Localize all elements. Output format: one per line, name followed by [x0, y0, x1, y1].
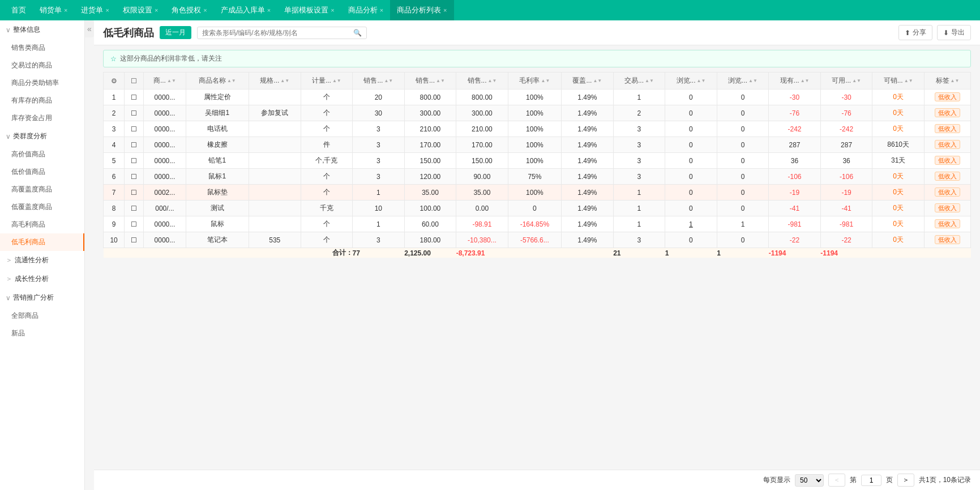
row-browse1: 0	[665, 137, 717, 153]
nav-item-进货单[interactable]: 进货单×	[74, 0, 115, 20]
nav-close-icon[interactable]: ×	[155, 7, 158, 14]
nav-close-icon[interactable]: ×	[380, 7, 383, 14]
sort-icon-9[interactable]: ▲▼	[541, 78, 550, 83]
row-checkbox[interactable]: ☐	[125, 185, 144, 201]
sort-icon-14[interactable]: ▲▼	[801, 78, 810, 83]
col-header-15[interactable]: 可用...▲▼	[820, 73, 872, 90]
row-checkbox[interactable]: ☐	[125, 216, 144, 232]
nav-close-icon[interactable]: ×	[443, 7, 447, 14]
row-checkbox[interactable]: ☐	[125, 232, 144, 248]
page-number-input[interactable]	[861, 475, 881, 486]
row-sales3: 0.00	[456, 201, 508, 216]
row-checkbox[interactable]: ☐	[125, 105, 144, 121]
sidebar-item-新品[interactable]: 新品	[0, 325, 84, 342]
row-unit: 件	[301, 137, 353, 153]
row-current: -242	[769, 121, 821, 137]
row-saleable: 0天	[872, 169, 925, 185]
search-icon[interactable]: 🔍	[353, 29, 362, 37]
sidebar-group-类群度分析[interactable]: ∨类群度分析	[0, 127, 84, 146]
col-header-7[interactable]: 销售...▲▼	[404, 73, 456, 90]
row-checkbox[interactable]: ☐	[125, 90, 144, 105]
row-sales3: 90.00	[456, 169, 508, 185]
row-coverage: 1.49%	[562, 153, 614, 169]
nav-item-单据模板设置[interactable]: 单据模板设置×	[277, 0, 341, 20]
col-header-3[interactable]: 商品名称▲▼	[186, 73, 249, 90]
nav-close-icon[interactable]: ×	[64, 7, 67, 14]
col-header-4[interactable]: 规格...▲▼	[249, 73, 301, 90]
row-code: 0000...	[144, 232, 186, 248]
sort-icon-6[interactable]: ▲▼	[384, 78, 393, 83]
sort-icon-15[interactable]: ▲▼	[852, 78, 861, 83]
col-header-11[interactable]: 交易...▲▼	[613, 73, 665, 90]
sidebar-item-低覆盖度商品[interactable]: 低覆盖度商品	[0, 198, 84, 216]
sort-icon-2[interactable]: ▲▼	[167, 78, 176, 83]
share-button[interactable]: ⬆ 分享	[898, 25, 932, 40]
col-header-6[interactable]: 销售...▲▼	[353, 73, 405, 90]
col-header-12[interactable]: 浏览...▲▼	[665, 73, 717, 90]
col-header-10[interactable]: 覆盖...▲▼	[562, 73, 614, 90]
sort-icon-4[interactable]: ▲▼	[280, 78, 289, 83]
col-header-2[interactable]: 商...▲▼	[144, 73, 186, 90]
row-tag: 低收入	[924, 169, 970, 185]
row-checkbox[interactable]: ☐	[125, 169, 144, 185]
sidebar-item-库存资金占用[interactable]: 库存资金占用	[0, 109, 84, 127]
sort-icon-7[interactable]: ▲▼	[436, 78, 445, 83]
sort-icon-11[interactable]: ▲▼	[645, 78, 654, 83]
sidebar-item-低毛利商品[interactable]: 低毛利商品	[0, 233, 84, 251]
nav-close-icon[interactable]: ×	[203, 7, 207, 14]
sort-icon-13[interactable]: ▲▼	[748, 78, 758, 83]
row-checkbox[interactable]: ☐	[125, 201, 144, 216]
nav-close-icon[interactable]: ×	[267, 7, 271, 14]
per-page-select[interactable]: 50 100 200	[795, 474, 824, 487]
row-checkbox[interactable]: ☐	[125, 153, 144, 169]
sidebar-group-营销推广分析[interactable]: ∨营销推广分析	[0, 288, 84, 307]
data-table-container[interactable]: ⚙☐商...▲▼商品名称▲▼规格...▲▼计量...▲▼销售...▲▼销售...…	[103, 72, 971, 470]
sort-icon-16[interactable]: ▲▼	[904, 78, 913, 83]
nav-item-销货单[interactable]: 销货单×	[33, 0, 74, 20]
nav-item-首页[interactable]: 首页	[5, 0, 33, 20]
sidebar-item-高价值商品[interactable]: 高价值商品	[0, 146, 84, 163]
search-input[interactable]	[202, 29, 351, 37]
sidebar-group-流通性分析[interactable]: ＞流通性分析	[0, 251, 84, 270]
sidebar-item-有库存的商品[interactable]: 有库存的商品	[0, 92, 84, 109]
nav-item-产成品入库单[interactable]: 产成品入库单×	[214, 0, 277, 20]
date-filter-button[interactable]: 近一月	[160, 26, 191, 39]
row-checkbox[interactable]: ☐	[125, 121, 144, 137]
sort-icon-8[interactable]: ▲▼	[488, 78, 497, 83]
sidebar-group-整体信息[interactable]: ∨整体信息	[0, 20, 84, 39]
col-header-8[interactable]: 销售...▲▼	[456, 73, 508, 90]
sort-icon-3[interactable]: ▲▼	[227, 78, 236, 83]
nav-item-商品分析[interactable]: 商品分析×	[341, 0, 390, 20]
sidebar-item-全部商品[interactable]: 全部商品	[0, 307, 84, 325]
nav-close-icon[interactable]: ×	[105, 7, 109, 14]
col-header-9[interactable]: 毛利率▲▼	[508, 73, 561, 90]
browse-link[interactable]: 1	[689, 220, 693, 228]
col-header-16[interactable]: 可销...▲▼	[872, 73, 925, 90]
sidebar-item-高覆盖度商品[interactable]: 高覆盖度商品	[0, 181, 84, 198]
sort-icon-12[interactable]: ▲▼	[697, 78, 706, 83]
row-current: -22	[769, 232, 821, 248]
prev-page-button[interactable]: ＜	[828, 474, 845, 487]
nav-item-权限设置[interactable]: 权限设置×	[116, 0, 165, 20]
col-header-17[interactable]: 标签▲▼	[924, 73, 970, 90]
sidebar-item-高毛利商品[interactable]: 高毛利商品	[0, 216, 84, 233]
sidebar-item-交易过的商品[interactable]: 交易过的商品	[0, 57, 84, 74]
next-page-button[interactable]: ＞	[897, 474, 914, 487]
sidebar-item-销售类商品[interactable]: 销售类商品	[0, 39, 84, 57]
col-header-13[interactable]: 浏览...▲▼	[717, 73, 769, 90]
row-checkbox[interactable]: ☐	[125, 137, 144, 153]
sort-icon-17[interactable]: ▲▼	[951, 78, 960, 83]
sort-icon-5[interactable]: ▲▼	[332, 78, 341, 83]
col-header-14[interactable]: 现有...▲▼	[769, 73, 821, 90]
nav-item-商品分析列表[interactable]: 商品分析列表×	[390, 0, 453, 20]
sidebar-group-成长性分析[interactable]: ＞成长性分析	[0, 270, 84, 288]
nav-close-icon[interactable]: ×	[331, 7, 334, 14]
nav-item-角色授权[interactable]: 角色授权×	[165, 0, 213, 20]
export-button[interactable]: ⬇ 导出	[937, 25, 971, 40]
sidebar-item-商品分类助销率[interactable]: 商品分类助销率	[0, 74, 84, 92]
sidebar-collapse-button[interactable]: «	[85, 20, 94, 37]
col-header-5[interactable]: 计量...▲▼	[301, 73, 353, 90]
sidebar-item-低价值商品[interactable]: 低价值商品	[0, 163, 84, 181]
row-sales2: 300.00	[404, 105, 456, 121]
sort-icon-10[interactable]: ▲▼	[593, 78, 602, 83]
